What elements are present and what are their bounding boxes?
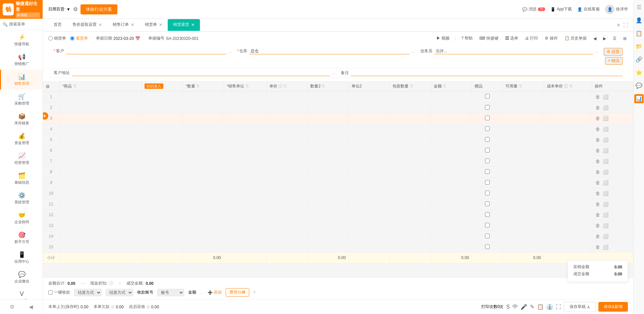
- row-price-10[interactable]: [266, 188, 308, 199]
- try-solution-btn[interactable]: 体验行业方案: [80, 4, 117, 14]
- row-qty-9[interactable]: [183, 177, 224, 188]
- row-product-11[interactable]: [59, 199, 142, 209]
- row-qty-1[interactable]: [183, 91, 224, 103]
- sidebar-item-member[interactable]: V 畅会员: [0, 287, 43, 299]
- row-unit-15[interactable]: [224, 242, 266, 252]
- row-copy-14[interactable]: ⬜: [602, 233, 609, 240]
- calendar-icon[interactable]: 📅: [135, 36, 140, 41]
- row-qty-12[interactable]: [183, 209, 224, 220]
- row-unit-4[interactable]: [224, 124, 266, 134]
- action-video[interactable]: ▶ 视频: [435, 35, 451, 42]
- gift-checkbox-2[interactable]: [485, 105, 490, 110]
- gift-checkbox-15[interactable]: [485, 244, 490, 249]
- row-product-2[interactable]: [59, 102, 142, 113]
- row-price-15[interactable]: [266, 242, 308, 252]
- row-avail-14[interactable]: [503, 231, 544, 242]
- row-delete-2[interactable]: 🗑: [595, 104, 601, 111]
- row-pkg-5[interactable]: [390, 134, 431, 145]
- row-avail-3[interactable]: [503, 113, 544, 124]
- tab-price-settings[interactable]: 售价提取设置 ✕: [67, 19, 107, 31]
- row-cost-15[interactable]: [544, 242, 592, 252]
- salesperson-input[interactable]: [434, 48, 593, 54]
- row-price-5[interactable]: [266, 134, 308, 145]
- row-gift-8[interactable]: [472, 167, 503, 177]
- sidebar-item-newbie[interactable]: 🎯 新手引导: [0, 228, 43, 248]
- right-panel-icon-7[interactable]: 💬: [634, 81, 644, 90]
- gift-checkbox-12[interactable]: [485, 212, 490, 217]
- row-pkg-15[interactable]: [390, 242, 431, 252]
- row-pkg-9[interactable]: [390, 177, 431, 188]
- row-price-2[interactable]: [266, 102, 308, 113]
- row-qty2-5[interactable]: [308, 134, 349, 145]
- row-delete-4[interactable]: 🗑: [595, 126, 601, 132]
- row-gift-11[interactable]: [472, 199, 503, 209]
- gift-checkbox-7[interactable]: [485, 159, 490, 163]
- toolbar-icon-5[interactable]: 📋: [537, 304, 544, 310]
- sidebar-collapse-btn[interactable]: ◀: [28, 302, 34, 311]
- row-copy-7[interactable]: ⬜: [602, 158, 609, 165]
- row-qty2-7[interactable]: [308, 156, 349, 167]
- row-gift-13[interactable]: [472, 220, 503, 231]
- row-copy-6[interactable]: ⬜: [602, 147, 609, 154]
- row-qty2-15[interactable]: [308, 242, 349, 252]
- sidebar-item-sales[interactable]: 📊 销售管理: [0, 70, 43, 89]
- tab-home[interactable]: 首页: [48, 19, 67, 31]
- sidebar-item-enterprise[interactable]: 🤝 企业协同: [0, 208, 43, 228]
- sidebar-item-shortcuts[interactable]: ⚡ 快捷导航: [0, 30, 43, 50]
- radio-return[interactable]: 退货单: [70, 36, 88, 41]
- salesperson-dots[interactable]: ...: [595, 49, 598, 54]
- calc-select[interactable]: 结算方式: [106, 289, 133, 296]
- row-cost-14[interactable]: [544, 231, 592, 242]
- row-delete-14[interactable]: 🗑: [595, 233, 601, 240]
- customer-dots[interactable]: ...: [228, 49, 232, 54]
- right-panel-icon-3[interactable]: 📋: [634, 29, 644, 38]
- header-gear-btn[interactable]: ⚙: [73, 6, 78, 12]
- row-price-13[interactable]: [266, 220, 308, 231]
- row-unit2-11[interactable]: [348, 199, 390, 209]
- row-qty-11[interactable]: [183, 199, 224, 209]
- sidebar-search[interactable]: 🔍 搜索菜单: [0, 19, 43, 30]
- col-settings-icon[interactable]: ⚙: [46, 84, 50, 89]
- action-history[interactable]: 📋 历史单据: [563, 35, 588, 42]
- row-product-10[interactable]: [59, 188, 142, 199]
- row-qty2-9[interactable]: [308, 177, 349, 188]
- row-copy-8[interactable]: ⬜: [602, 169, 609, 175]
- row-copy-11[interactable]: ⬜: [602, 201, 609, 207]
- row-avail-6[interactable]: [503, 145, 544, 156]
- row-unit-2[interactable]: [224, 102, 266, 113]
- row-price-14[interactable]: [266, 231, 308, 242]
- action-shortcuts[interactable]: ⌨ 快捷键: [478, 35, 499, 42]
- toolbar-icon-7[interactable]: ⛶: [556, 304, 561, 310]
- row-copy-9[interactable]: ⬜: [602, 179, 609, 186]
- row-avail-4[interactable]: [503, 124, 544, 134]
- row-price-6[interactable]: [266, 145, 308, 156]
- footer-help-icon[interactable]: ?: [253, 290, 256, 295]
- row-unit-3[interactable]: [224, 113, 266, 124]
- row-pkg-6[interactable]: [390, 145, 431, 156]
- discount-info-icon[interactable]: ⓘ: [109, 280, 113, 286]
- gift-checkbox-6[interactable]: [485, 148, 490, 152]
- row-qty-6[interactable]: [183, 145, 224, 156]
- row-avail-11[interactable]: [503, 199, 544, 209]
- row-qty-2[interactable]: [183, 102, 224, 113]
- tab-sales-return-close[interactable]: ✕: [191, 22, 195, 27]
- gift-checkbox-1[interactable]: [485, 94, 490, 99]
- tab-sales-return[interactable]: 销货退货 ✕: [168, 19, 200, 31]
- gift-checkbox-4[interactable]: [485, 126, 490, 131]
- row-cost-12[interactable]: [544, 209, 592, 220]
- add-row-btn[interactable]: +: [43, 112, 48, 120]
- row-avail-7[interactable]: [503, 156, 544, 167]
- row-unit-8[interactable]: [224, 167, 266, 177]
- tab-sales-delivery-close[interactable]: ✕: [159, 22, 162, 27]
- message-btn[interactable]: 💬 消息 70: [522, 6, 545, 12]
- row-amount-9[interactable]: [431, 177, 472, 188]
- toolbar-icon-1[interactable]: S: [506, 304, 510, 310]
- nav-next-btn[interactable]: ▶: [602, 36, 607, 42]
- row-amount-12[interactable]: [431, 209, 472, 220]
- gift-checkbox-11[interactable]: [485, 201, 490, 206]
- row-unit2-8[interactable]: [348, 167, 390, 177]
- sidebar-item-system[interactable]: ⚙️ 系统管理: [0, 188, 43, 208]
- row-unit2-9[interactable]: [348, 177, 390, 188]
- right-panel-icon-2[interactable]: 👤: [634, 16, 644, 25]
- view-grid-btn[interactable]: ⊞: [622, 36, 628, 42]
